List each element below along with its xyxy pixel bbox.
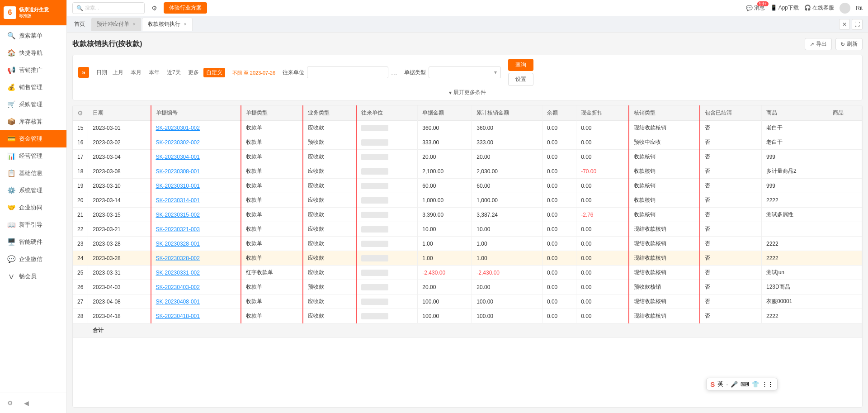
export-button[interactable]: ↗ 导出 [805, 38, 832, 50]
ime-keyboard-icon[interactable]: ⌨ [741, 381, 749, 388]
doc-link[interactable]: SK-20230308-001 [156, 168, 200, 175]
cell-docno: SK-20230403-002 [151, 280, 241, 294]
tab-prepay-close[interactable]: × [133, 22, 136, 27]
doc-link[interactable]: SK-20230302-002 [156, 139, 200, 146]
filter-partner-item: 往来单位 ... [283, 66, 397, 78]
cell-biztype: 应收款 [303, 193, 356, 208]
cell-goods1: 多计量商品2 [761, 164, 828, 179]
cell-no: 23 [73, 237, 88, 251]
date-opt-lastmonth[interactable]: 上月 [110, 68, 126, 77]
expand-more-btn[interactable]: ▾ 展开更多条件 [78, 89, 857, 96]
sidebar-item-sales[interactable]: 💰销售管理 [0, 79, 66, 96]
sidebar-item-vip[interactable]: V畅会员 [0, 268, 66, 285]
filter-settings-button[interactable]: 设置 [508, 73, 533, 86]
doc-link[interactable]: SK-20230403-002 [156, 284, 200, 290]
doc-link[interactable]: SK-20230301-002 [156, 125, 200, 131]
query-button[interactable]: 查询 [508, 59, 533, 71]
doc-link[interactable]: SK-20230321-003 [156, 226, 200, 233]
solution-button[interactable]: 体验行业方案 [164, 2, 207, 14]
sidebar-item-guide[interactable]: 📖新手引导 [0, 216, 66, 233]
cell-writeoff: 1,000.00 [472, 193, 542, 208]
tab-prepay[interactable]: 预计冲应付单 × [91, 18, 141, 31]
doc-link[interactable]: SK-20230408-001 [156, 299, 200, 305]
sidebar-item-basic[interactable]: 📋基础信息 [0, 165, 66, 182]
filter-expand-btn[interactable]: » [78, 67, 89, 78]
date-opt-thismonth[interactable]: 本月 [128, 68, 144, 77]
cell-cashdisc: 0.00 [576, 179, 629, 193]
doc-link[interactable]: SK-20230310-001 [156, 183, 200, 189]
user-avatar[interactable] [840, 3, 850, 14]
tab-receipt[interactable]: 收款核销执行 × [142, 18, 193, 31]
sidebar-item-wechat[interactable]: 💬企业微信 [0, 251, 66, 268]
ime-apps-icon[interactable]: ⋮⋮ [762, 381, 774, 388]
cell-doctype: 红字收款单 [241, 266, 303, 280]
col-settings[interactable]: ⚙ [73, 105, 88, 121]
sidebar-item-hardware[interactable]: 🖥️智能硬件 [0, 233, 66, 251]
doc-link[interactable]: SK-20230418-001 [156, 313, 200, 319]
doctype-select[interactable]: ▾ [429, 66, 501, 78]
close-window-btn[interactable]: ✕ [839, 19, 850, 30]
sidebar-item-corp[interactable]: 🤝企业协同 [0, 199, 66, 216]
cell-partner [356, 164, 418, 179]
table-row: 合计 [73, 323, 862, 338]
sidebar-item-system[interactable]: ⚙️系统管理 [0, 182, 66, 199]
date-opt-more[interactable]: 更多 [185, 68, 202, 77]
gear-icon[interactable]: ⚙ [148, 2, 160, 14]
partner-label: 往来单位 [283, 69, 304, 76]
doc-link[interactable]: SK-20230331-002 [156, 270, 200, 276]
cell-biztype: 应收款 [303, 251, 356, 266]
cell-no: 28 [73, 309, 88, 323]
tab-receipt-close[interactable]: × [184, 22, 187, 27]
search-box[interactable]: 🔍 搜索... [72, 2, 145, 14]
app-name: 畅康道好生意 [19, 6, 49, 13]
date-label: 日期 [96, 69, 107, 76]
sidebar-item-finance[interactable]: 💳资金管理 [0, 130, 66, 147]
sidebar-item-marketing[interactable]: 📢营销推广 [0, 62, 66, 79]
sidebar-label-inventory: 库存核算 [19, 118, 42, 126]
cell-no [73, 323, 88, 338]
ime-shirt-icon[interactable]: 👕 [752, 381, 759, 388]
cell-date: 2023-03-15 [88, 208, 151, 222]
cell-goods2 [828, 251, 862, 266]
doc-link[interactable]: SK-20230328-002 [156, 255, 200, 261]
cell-biztype: 应收款 [303, 150, 356, 164]
col-amount: 单据金额 [418, 105, 472, 121]
partner-input[interactable] [307, 66, 388, 78]
doc-link[interactable]: SK-20230314-001 [156, 197, 200, 204]
cell-balance: 0.00 [542, 237, 576, 251]
doc-link[interactable]: SK-20230304-001 [156, 154, 200, 160]
col-cashdisc: 现金折扣 [576, 105, 629, 121]
message-badge[interactable]: 💬 消息 99+ [746, 4, 765, 12]
table-settings-icon[interactable]: ⚙ [77, 109, 83, 117]
date-opt-thisyear[interactable]: 本年 [146, 68, 162, 77]
sidebar-item-operation[interactable]: 📊经营管理 [0, 147, 66, 165]
cell-wotype: 预收款核销 [629, 280, 700, 294]
date-range-display: 不限 至 2023-07-26 [232, 70, 275, 76]
sidebar-item-inventory[interactable]: 📦库存核算 [0, 113, 66, 130]
sidebar-settings-btn[interactable]: ⚙ [4, 397, 16, 409]
date-opt-7days[interactable]: 近7天 [164, 68, 184, 77]
cell-wotype: 收款核销 [629, 193, 700, 208]
sidebar-collapse-btn[interactable]: ◀ [20, 397, 33, 409]
sidebar-item-quick[interactable]: 🏠快捷导航 [0, 44, 66, 62]
doc-link[interactable]: SK-20230315-002 [156, 212, 200, 218]
doc-link[interactable]: SK-20230328-001 [156, 241, 200, 247]
cell-wotype: 现结收款核销 [629, 222, 700, 237]
cell-writeoff: -2,430.00 [472, 266, 542, 280]
sidebar-item-purchase[interactable]: 🛒采购管理 [0, 96, 66, 113]
tab-home[interactable]: 首页 [69, 18, 90, 31]
online-service-link[interactable]: 🎧 在线客服 [804, 4, 834, 12]
sidebar-icon-wechat: 💬 [7, 255, 15, 263]
cell-no: 24 [73, 251, 88, 266]
cell-docno: SK-20230331-002 [151, 266, 241, 280]
partner-ellipsis[interactable]: ... [391, 68, 397, 76]
cell-goods1: 2222 [761, 309, 828, 323]
date-custom-btn[interactable]: 自定义 [203, 68, 225, 77]
refresh-button[interactable]: ↻ 刷新 [835, 38, 863, 50]
cell-amount: 10.00 [418, 222, 472, 237]
filter-row: » 日期 上月 本月 本年 近7天 更多 自定义 不限 至 2023-07-26 [78, 59, 857, 86]
ime-mic-icon[interactable]: 🎤 [731, 381, 738, 388]
sidebar-item-search[interactable]: 🔍搜索菜单 [0, 27, 66, 44]
app-download-link[interactable]: 📱 App下载 [770, 4, 799, 12]
expand-window-btn[interactable]: ⛶ [852, 19, 863, 30]
